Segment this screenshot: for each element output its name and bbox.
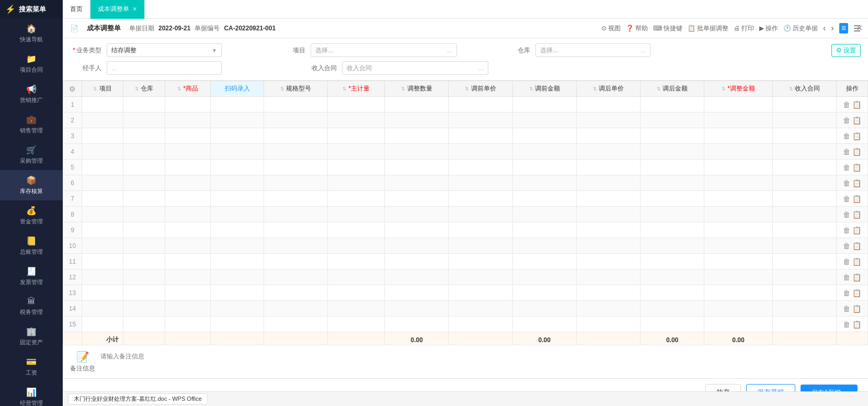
table-cell[interactable] xyxy=(640,285,704,301)
table-cell[interactable] xyxy=(512,269,576,285)
table-cell[interactable] xyxy=(772,222,836,238)
delete-icon[interactable]: 🗑 xyxy=(843,289,850,297)
table-cell[interactable] xyxy=(576,317,640,332)
sidebar-item-ledger[interactable]: 📒 总账管理 xyxy=(0,231,63,261)
table-cell[interactable] xyxy=(82,112,123,128)
table-cell[interactable] xyxy=(576,207,640,222)
table-cell[interactable] xyxy=(449,97,512,112)
table-cell[interactable] xyxy=(576,191,640,207)
table-cell[interactable] xyxy=(772,285,836,301)
th-adj-qty[interactable]: ⇅ 调整数量 xyxy=(385,81,449,97)
table-cell[interactable] xyxy=(385,175,449,191)
table-row[interactable]: 11🗑📋 xyxy=(63,254,868,269)
table-cell[interactable] xyxy=(123,269,165,285)
table-cell[interactable] xyxy=(211,207,264,222)
table-row[interactable]: 14🗑📋 xyxy=(63,301,868,317)
table-cell[interactable] xyxy=(165,285,211,301)
table-row[interactable]: 1🗑📋 xyxy=(63,97,868,112)
copy-icon[interactable]: 📋 xyxy=(852,210,861,219)
table-cell[interactable] xyxy=(704,191,773,207)
sidebar-item-tax[interactable]: 🏛 税务管理 xyxy=(0,291,63,321)
table-cell[interactable] xyxy=(772,112,836,128)
table-cell[interactable] xyxy=(165,144,211,160)
table-cell[interactable] xyxy=(123,128,165,144)
delete-icon[interactable]: 🗑 xyxy=(843,195,850,203)
table-cell[interactable] xyxy=(576,175,640,191)
table-cell[interactable] xyxy=(82,207,123,222)
handler-input[interactable]: ... xyxy=(107,61,222,75)
table-cell[interactable] xyxy=(576,285,640,301)
sidebar-item-invoice[interactable]: 🧾 发票管理 xyxy=(0,261,63,291)
table-cell[interactable] xyxy=(211,112,264,128)
table-cell[interactable] xyxy=(82,222,123,238)
table-cell[interactable] xyxy=(512,285,576,301)
sidebar-item-salary[interactable]: 💳 工资 xyxy=(0,352,63,382)
th-pre-amount[interactable]: ⇅ 调前金额 xyxy=(512,81,576,97)
table-cell[interactable] xyxy=(82,97,123,112)
table-cell[interactable] xyxy=(165,191,211,207)
table-cell[interactable] xyxy=(264,128,328,144)
table-cell[interactable] xyxy=(640,222,704,238)
sidebar-item-inventory[interactable]: 📦 库存核算 xyxy=(0,170,63,200)
table-cell[interactable] xyxy=(772,144,836,160)
table-cell[interactable] xyxy=(576,222,640,238)
table-cell[interactable] xyxy=(328,254,385,269)
table-cell[interactable] xyxy=(640,160,704,175)
copy-icon[interactable]: 📋 xyxy=(852,242,861,250)
table-cell[interactable] xyxy=(640,191,704,207)
table-cell[interactable] xyxy=(576,97,640,112)
copy-icon[interactable]: 📋 xyxy=(852,100,861,109)
table-cell[interactable] xyxy=(165,160,211,175)
table-cell[interactable] xyxy=(449,191,512,207)
th-scan[interactable]: 扫码录入 xyxy=(211,81,264,97)
table-cell[interactable] xyxy=(385,191,449,207)
table-cell[interactable] xyxy=(328,175,385,191)
table-cell[interactable] xyxy=(385,285,449,301)
table-cell[interactable] xyxy=(123,144,165,160)
table-cell[interactable] xyxy=(704,160,773,175)
table-cell[interactable] xyxy=(772,317,836,332)
table-row[interactable]: 15🗑📋 xyxy=(63,317,868,332)
table-cell[interactable] xyxy=(512,207,576,222)
operations-btn[interactable]: ▶ 操作 xyxy=(759,24,778,33)
table-cell[interactable] xyxy=(385,254,449,269)
table-cell[interactable] xyxy=(211,175,264,191)
table-cell[interactable] xyxy=(165,175,211,191)
table-cell[interactable] xyxy=(165,301,211,317)
table-cell[interactable] xyxy=(449,144,512,160)
tab-cost-adjust[interactable]: 成本调整单 ✕ xyxy=(90,0,145,19)
table-cell[interactable] xyxy=(264,317,328,332)
table-cell[interactable] xyxy=(165,317,211,332)
th-warehouse[interactable]: ⇅ 仓库 xyxy=(123,81,165,97)
sidebar-item-purchase-mgmt[interactable]: 🛒 采购管理 xyxy=(0,140,63,170)
sidebar-item-finance[interactable]: 💰 资金管理 xyxy=(0,200,63,231)
table-cell[interactable] xyxy=(640,254,704,269)
table-cell[interactable] xyxy=(211,128,264,144)
table-cell[interactable] xyxy=(264,301,328,317)
delete-icon[interactable]: 🗑 xyxy=(843,304,850,313)
table-cell[interactable] xyxy=(704,128,773,144)
table-cell[interactable] xyxy=(328,207,385,222)
table-cell[interactable] xyxy=(385,222,449,238)
table-cell[interactable] xyxy=(123,317,165,332)
table-cell[interactable] xyxy=(449,254,512,269)
copy-icon[interactable]: 📋 xyxy=(852,148,861,156)
copy-icon[interactable]: 📋 xyxy=(852,195,861,203)
table-cell[interactable] xyxy=(512,191,576,207)
table-cell[interactable] xyxy=(165,207,211,222)
copy-icon[interactable]: 📋 xyxy=(852,226,861,234)
table-row[interactable]: 5🗑📋 xyxy=(63,160,868,175)
table-cell[interactable] xyxy=(449,269,512,285)
delete-icon[interactable]: 🗑 xyxy=(843,116,850,125)
batch-adjust-btn[interactable]: 📋 批单据调整 xyxy=(688,24,728,33)
table-cell[interactable] xyxy=(328,269,385,285)
delete-icon[interactable]: 🗑 xyxy=(843,179,850,187)
table-cell[interactable] xyxy=(512,160,576,175)
table-cell[interactable] xyxy=(328,191,385,207)
prev-btn[interactable]: ‹ xyxy=(823,24,826,33)
close-button[interactable]: ✕ xyxy=(856,23,863,33)
table-row[interactable]: 12🗑📋 xyxy=(63,269,868,285)
table-cell[interactable] xyxy=(576,254,640,269)
table-cell[interactable] xyxy=(211,285,264,301)
table-row[interactable]: 9🗑📋 xyxy=(63,222,868,238)
